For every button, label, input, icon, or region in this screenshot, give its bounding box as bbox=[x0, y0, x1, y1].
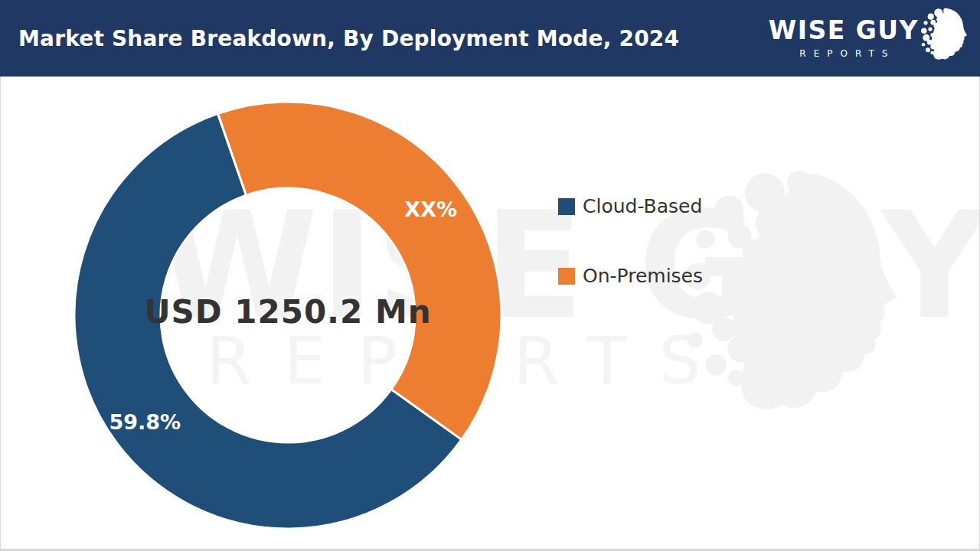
brand-name: WISE GUY bbox=[769, 18, 919, 43]
legend-item-on-premises: On-Premises bbox=[558, 266, 703, 288]
brand-subtitle: REPORTS bbox=[799, 48, 895, 59]
page-root: { "header": { "title": "Market Share Bre… bbox=[0, 0, 980, 551]
legend-label-cloud-based: Cloud-Based bbox=[583, 196, 702, 218]
brand-face-icon bbox=[920, 7, 969, 70]
legend-swatch-on-premises bbox=[558, 268, 575, 285]
slice-label-cloud-based: 59.8% bbox=[109, 410, 181, 434]
chart-canvas: WISE GUY REPORTS 59.8%XX% USD 1250.2 Mn … bbox=[0, 77, 980, 551]
legend-label-on-premises: On-Premises bbox=[583, 266, 703, 288]
donut-slice-on-premises bbox=[218, 102, 501, 439]
legend-swatch-cloud-based bbox=[558, 198, 575, 215]
header-bar: Market Share Breakdown, By Deployment Mo… bbox=[0, 0, 980, 77]
brand-logo: WISE GUY REPORTS bbox=[769, 7, 969, 70]
chart-legend: Cloud-Based On-Premises bbox=[558, 196, 703, 288]
donut-center-value: USD 1250.2 Mn bbox=[104, 293, 472, 331]
slice-label-on-premises: XX% bbox=[404, 197, 457, 221]
brand-wordmark: WISE GUY REPORTS bbox=[769, 18, 919, 59]
page-title: Market Share Breakdown, By Deployment Mo… bbox=[18, 26, 679, 51]
legend-item-cloud-based: Cloud-Based bbox=[558, 196, 703, 218]
